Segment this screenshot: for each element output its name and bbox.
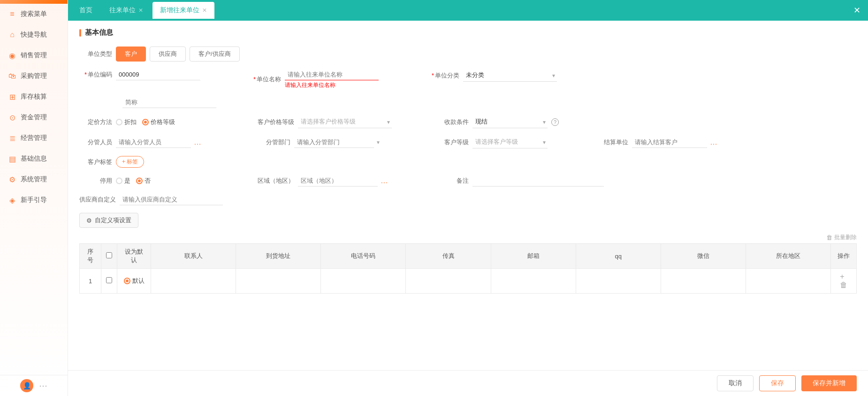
sidebar-item-label: 销售管理	[21, 51, 47, 60]
disabled-radio-no[interactable]: 否	[136, 177, 151, 185]
delete-row-btn[interactable]: 🗑	[840, 281, 847, 289]
unit-category-label: *单位分类	[426, 71, 459, 80]
payment-terms-group: 收款条件 现结 ▾ ?	[436, 116, 605, 128]
sidebar-item-search[interactable]: ≡ 搜索菜单	[0, 4, 68, 24]
td-qq[interactable]	[576, 269, 661, 294]
save-button[interactable]: 保存	[759, 375, 796, 391]
tab-partners-close[interactable]: ✕	[138, 7, 143, 14]
inventory-icon: ⊞	[8, 92, 17, 101]
department-input[interactable]	[294, 137, 374, 148]
tab-new-partner-close[interactable]: ✕	[202, 7, 207, 14]
unit-type-group: 单位类型 客户 供应商 客户/供应商	[79, 47, 857, 62]
sidebar-item-system[interactable]: ⚙ 系统管理	[0, 169, 68, 190]
bottom-bar: 取消 保存 保存并新增	[68, 370, 868, 396]
phone-input[interactable]	[329, 278, 397, 285]
customer-tag-label: 客户标签	[79, 158, 112, 166]
unit-name-group: *单位名称 请输入往来单位名称	[248, 69, 426, 89]
region-input[interactable]	[298, 175, 378, 186]
wechat-input[interactable]	[670, 278, 737, 285]
fax-input[interactable]	[414, 278, 482, 285]
pricing-radio-discount[interactable]: 折扣	[116, 118, 137, 126]
disabled-group: 停用 是 否	[79, 177, 258, 185]
settlement-unit-dots-btn[interactable]: …	[709, 138, 718, 147]
th-seq: 序号	[80, 244, 101, 269]
payment-terms-select-wrapper[interactable]: 现结 ▾	[472, 116, 548, 128]
sidebar-item-purchase[interactable]: 🛍 采购管理	[0, 66, 68, 86]
sidebar-item-finance[interactable]: ⊙ 资金管理	[0, 107, 68, 128]
th-phone: 电话号码	[321, 244, 406, 269]
tag-add-button[interactable]: + 标签	[116, 156, 144, 168]
td-address[interactable]	[236, 269, 321, 294]
td-default: 默认	[117, 269, 151, 294]
region-dots-btn[interactable]: …	[380, 177, 389, 185]
sidebar-item-label: 资金管理	[21, 113, 47, 122]
row-checkbox[interactable]	[106, 277, 112, 283]
custom-settings-button[interactable]: ⚙ 自定义项设置	[79, 213, 138, 228]
unit-name-input[interactable]	[285, 69, 379, 80]
save-new-button[interactable]: 保存并新增	[801, 375, 857, 391]
pricing-radio-price-level[interactable]: 价格等级	[142, 118, 175, 126]
window-close-icon[interactable]: ✕	[850, 3, 864, 17]
td-fax[interactable]	[406, 269, 491, 294]
sidebar-item-guide[interactable]: ◈ 新手引导	[0, 190, 68, 210]
short-name-row	[79, 97, 857, 108]
customer-level-select-wrapper[interactable]: 请选择客户等级 ▾	[472, 136, 548, 148]
td-region[interactable]	[746, 269, 830, 294]
sidebar-item-operations[interactable]: ≣ 经营管理	[0, 128, 68, 148]
notes-input[interactable]	[472, 175, 604, 186]
td-phone[interactable]	[321, 269, 406, 294]
tab-partners[interactable]: 往来单位 ✕	[102, 2, 151, 19]
user-avatar[interactable]: 👤	[20, 379, 33, 392]
tabbar: 首页 往来单位 ✕ 新增往来单位 ✕ ✕	[68, 0, 868, 21]
type-btn-supplier[interactable]: 供应商	[150, 47, 186, 62]
sidebar-item-inventory[interactable]: ⊞ 库存核算	[0, 86, 68, 107]
type-btn-customer[interactable]: 客户	[116, 47, 146, 62]
unit-category-value[interactable]: 未分类	[463, 69, 557, 82]
contact-input[interactable]	[160, 278, 227, 285]
sidebar-item-label: 新手引导	[21, 196, 47, 204]
unit-type-buttons: 客户 供应商 客户/供应商	[116, 47, 240, 62]
sidebar-item-sales[interactable]: ◉ 销售管理	[0, 45, 68, 66]
address-input[interactable]	[244, 278, 312, 285]
unit-code-input[interactable]	[116, 69, 200, 80]
settlement-unit-input-wrapper: …	[632, 137, 718, 148]
tab-home[interactable]: 首页	[72, 2, 100, 19]
td-email[interactable]	[491, 269, 576, 294]
type-btn-both[interactable]: 客户/供应商	[190, 47, 240, 62]
tab-new-partner[interactable]: 新增往来单位 ✕	[152, 2, 214, 19]
cancel-button[interactable]: 取消	[717, 375, 754, 391]
unit-name-label: *单位名称	[248, 75, 281, 84]
sidebar-expand-icon[interactable]: ⋯	[39, 380, 47, 391]
form-content: 基本信息 单位类型 客户 供应商 客户/供应商 *单位编码	[68, 21, 868, 370]
help-icon[interactable]: ?	[551, 118, 559, 126]
region-table-input[interactable]	[754, 278, 822, 285]
sidebar-item-label: 基础信息	[21, 155, 47, 163]
td-contact[interactable]	[151, 269, 236, 294]
add-row-btn[interactable]: +	[840, 272, 844, 280]
short-name-group	[122, 97, 291, 108]
finance-icon: ⊙	[8, 113, 17, 122]
notes-label: 备注	[436, 177, 469, 185]
select-all-checkbox[interactable]	[106, 252, 112, 258]
disabled-radio-yes[interactable]: 是	[116, 177, 130, 185]
notes-group: 备注	[436, 175, 624, 186]
settings-icon: ⚙	[86, 217, 92, 224]
customer-price-label: 客户价格等级	[258, 118, 294, 126]
qq-input[interactable]	[585, 278, 652, 285]
manager-dots-btn[interactable]: …	[193, 138, 202, 147]
default-radio-item[interactable]: 默认	[122, 277, 146, 285]
email-input[interactable]	[500, 278, 567, 285]
sidebar-item-quicknav[interactable]: ⌂ 快捷导航	[0, 24, 68, 45]
manager-input[interactable]	[116, 137, 191, 148]
settlement-unit-input[interactable]	[632, 137, 707, 148]
short-name-input[interactable]	[122, 97, 216, 108]
td-wechat[interactable]	[661, 269, 746, 294]
sidebar-item-label: 系统管理	[21, 175, 47, 184]
customer-price-select-wrapper[interactable]: 请选择客户价格等级 ▾	[298, 116, 392, 128]
sidebar-item-basic[interactable]: ▤ 基础信息	[0, 148, 68, 169]
operations-icon: ≣	[8, 133, 17, 143]
batch-delete-label[interactable]: 批量删除	[834, 233, 857, 241]
td-action: + 🗑	[830, 269, 856, 294]
chevron-down-icon: ▾	[377, 139, 380, 146]
supplier-custom-input[interactable]	[120, 194, 223, 205]
